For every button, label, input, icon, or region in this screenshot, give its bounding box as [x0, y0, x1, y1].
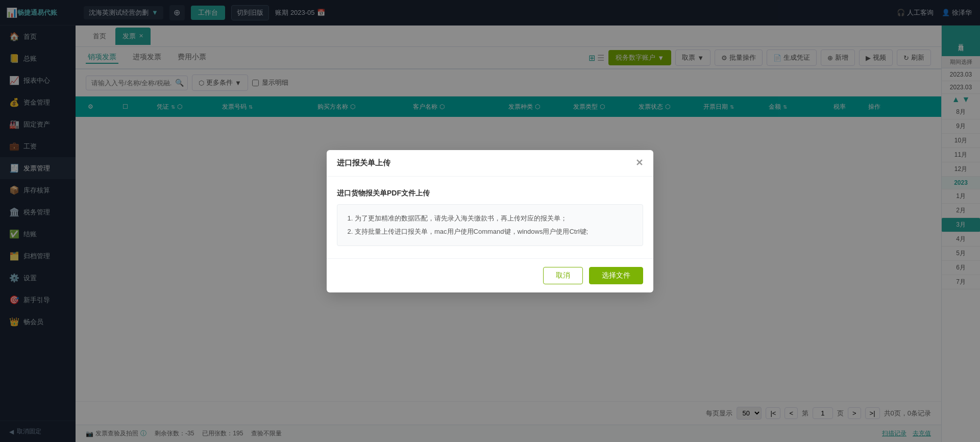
import-customs-modal: 进口报关单上传 ✕ 进口货物报关单PDF文件上传 为了更加精准的数据匹配，请先录… [327, 150, 653, 292]
modal-info-item-1: 为了更加精准的数据匹配，请先录入海关缴款书，再上传对应的报关单； [355, 212, 634, 225]
modal-info-list: 为了更加精准的数据匹配，请先录入海关缴款书，再上传对应的报关单； 支持批量上传进… [346, 212, 634, 238]
modal-overlay: 进口报关单上传 ✕ 进口货物报关单PDF文件上传 为了更加精准的数据匹配，请先录… [0, 0, 980, 442]
modal-info-box: 为了更加精准的数据匹配，请先录入海关缴款书，再上传对应的报关单； 支持批量上传进… [337, 204, 643, 246]
modal-info-item-2: 支持批量上传进口报关单，mac用户使用Command键，windows用户使用C… [355, 225, 634, 238]
modal-close-btn[interactable]: ✕ [635, 158, 643, 167]
modal-title: 进口报关单上传 [337, 158, 390, 168]
modal-footer: 取消 选择文件 [327, 258, 653, 292]
modal-confirm-btn[interactable]: 选择文件 [589, 267, 643, 284]
modal-body-title: 进口货物报关单PDF文件上传 [337, 189, 643, 198]
modal-header: 进口报关单上传 ✕ [327, 150, 653, 177]
modal-body: 进口货物报关单PDF文件上传 为了更加精准的数据匹配，请先录入海关缴款书，再上传… [327, 177, 653, 258]
modal-cancel-btn[interactable]: 取消 [543, 267, 583, 284]
